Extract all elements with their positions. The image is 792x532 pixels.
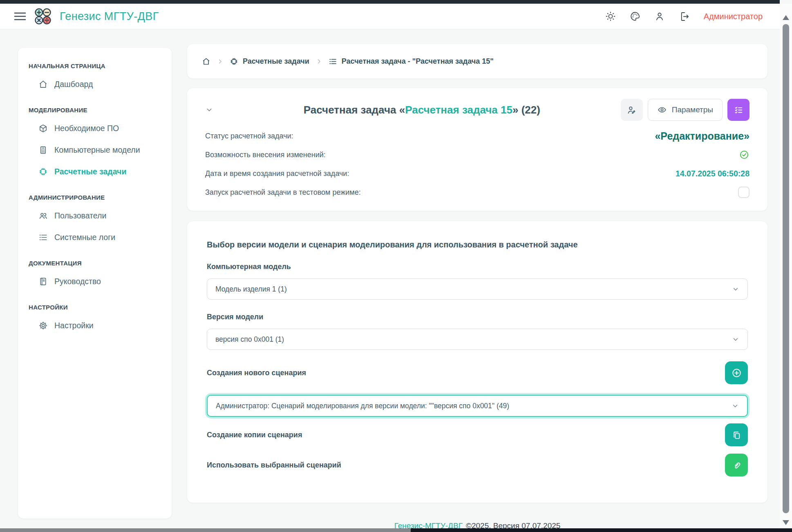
gear-icon [38, 321, 48, 330]
chevron-right-icon [316, 58, 322, 65]
use-scenario-label: Использовать выбранный сценарий [207, 461, 341, 470]
app-title: Генезис МГТУ-ДВГ [60, 10, 159, 23]
breadcrumb-current-page: Расчетная задача - "Расчетная задача 15" [329, 57, 494, 66]
cpu-icon [38, 167, 48, 176]
sidebar-section-modeling: МОДЕЛИРОВАНИЕ [29, 107, 164, 114]
sidebar-section-home: НАЧАЛЬНАЯ СТРАНИЦА [29, 62, 164, 69]
list-icon [38, 233, 48, 242]
copy-icon [732, 430, 742, 440]
sidebar-item-users[interactable]: Пользователи [29, 205, 164, 227]
home-icon [38, 80, 48, 89]
main-content: Расчетные задачи Расчетная задача - "Рас… [187, 44, 767, 530]
task-list-button[interactable] [727, 99, 749, 121]
home-icon [202, 57, 210, 66]
cpu-icon [230, 57, 238, 66]
breadcrumb-home-link[interactable] [202, 57, 210, 66]
plus-circle-icon [731, 367, 742, 378]
profile-button[interactable] [654, 11, 665, 22]
computer-model-label: Компьютерная модель [207, 263, 748, 271]
top-edge-bar [0, 0, 780, 4]
create-scenario-button[interactable] [725, 361, 748, 384]
test-mode-row: Запуск расчетной задачи в тестовом режим… [205, 183, 749, 202]
copy-scenario-button[interactable] [725, 423, 748, 446]
test-mode-checkbox[interactable] [738, 187, 749, 198]
user-icon [654, 11, 665, 22]
check-circle-icon [739, 149, 749, 160]
sidebar-section-administration: АДМИНИСТРИРОВАНИЕ [29, 194, 164, 201]
logout-button[interactable] [679, 11, 690, 22]
copy-scenario-label: Создание копии сценария [207, 431, 302, 439]
sidebar-item-settings[interactable]: Настройки [29, 315, 164, 336]
assign-user-button[interactable] [621, 99, 643, 121]
section-title: Выбор версии модели и сценария моделиров… [207, 240, 748, 249]
page-title: Расчетная задача «Расчетная задача 15» (… [223, 104, 621, 116]
sidebar-item-system-logs[interactable]: Системные логи [29, 227, 164, 248]
calculator-icon [38, 145, 48, 155]
status-value: «Редактирование» [655, 130, 749, 142]
task-card: Расчетная задача «Расчетная задача 15» (… [187, 88, 767, 211]
paperclip-icon [732, 460, 742, 470]
scroll-up-arrow-icon[interactable] [783, 15, 789, 20]
chevron-down-icon [732, 285, 739, 293]
sidebar-item-computer-models[interactable]: Компьютерные модели [29, 139, 164, 161]
status-row: Статус расчетной задачи: «Редактирование… [205, 127, 749, 145]
scroll-down-arrow-icon[interactable] [783, 520, 789, 525]
computer-model-select[interactable]: Модель изделия 1 (1) [207, 278, 748, 300]
chevron-down-icon [732, 402, 739, 410]
scenario-select[interactable]: Администратор: Сценарий моделирования дл… [207, 395, 748, 417]
eye-icon [657, 105, 667, 115]
sidebar-item-calculation-tasks[interactable]: Расчетные задачи [29, 161, 164, 183]
sidebar-item-dashboard[interactable]: Дашбоард [29, 73, 164, 95]
app-header: Генезис МГТУ-ДВГ Администратор [0, 4, 780, 29]
palette-button[interactable] [630, 11, 640, 22]
app-logo-icon [34, 7, 52, 26]
editable-row: Возможность внесения изменений: [205, 145, 749, 164]
package-icon [38, 124, 48, 133]
horizontal-scrollbar-thumb[interactable] [0, 528, 411, 532]
created-datetime: 14.07.2025 06:50:28 [676, 169, 749, 178]
new-scenario-label: Создания нового сценария [207, 369, 306, 377]
sun-icon [605, 11, 616, 22]
checklist-icon [734, 105, 744, 115]
logout-icon [679, 11, 690, 22]
collapse-card-button[interactable] [205, 106, 217, 114]
book-icon [38, 277, 48, 286]
chevron-down-icon [205, 106, 213, 114]
model-version-label: Версия модели [207, 313, 748, 321]
palette-icon [630, 11, 640, 22]
sidebar-section-settings: НАСТРОЙКИ [29, 304, 164, 311]
parameters-button[interactable]: Параметры [648, 99, 723, 121]
use-scenario-button[interactable] [725, 454, 748, 476]
model-version-select[interactable]: версия спо 0x001 (1) [207, 329, 748, 350]
sidebar-item-manual[interactable]: Руководство [29, 271, 164, 292]
theme-toggle-button[interactable] [605, 11, 616, 22]
task-name: Расчетная задача 15 [405, 104, 512, 116]
users-icon [38, 211, 48, 220]
current-user-role[interactable]: Администратор [704, 12, 763, 21]
scenario-selection-card: Выбор версии модели и сценария моделиров… [187, 221, 767, 503]
vertical-scrollbar-thumb[interactable] [783, 24, 789, 513]
created-row: Дата и время создания расчетной задачи: … [205, 164, 749, 183]
hamburger-icon [14, 12, 26, 21]
menu-toggle-button[interactable] [14, 12, 26, 21]
list-icon [329, 57, 337, 66]
user-edit-icon [626, 105, 637, 115]
chevron-down-icon [732, 336, 739, 343]
breadcrumb: Расчетные задачи Расчетная задача - "Рас… [187, 44, 767, 78]
horizontal-scrollbar[interactable] [0, 528, 792, 532]
sidebar: НАЧАЛЬНАЯ СТРАНИЦА Дашбоард МОДЕЛИРОВАНИ… [18, 48, 172, 519]
vertical-scrollbar[interactable] [780, 4, 792, 528]
sidebar-item-required-software[interactable]: Необходимое ПО [29, 118, 164, 139]
chevron-right-icon [217, 58, 223, 65]
breadcrumb-tasks-link[interactable]: Расчетные задачи [230, 57, 309, 66]
sidebar-section-documentation: ДОКУМЕНТАЦИЯ [29, 260, 164, 267]
